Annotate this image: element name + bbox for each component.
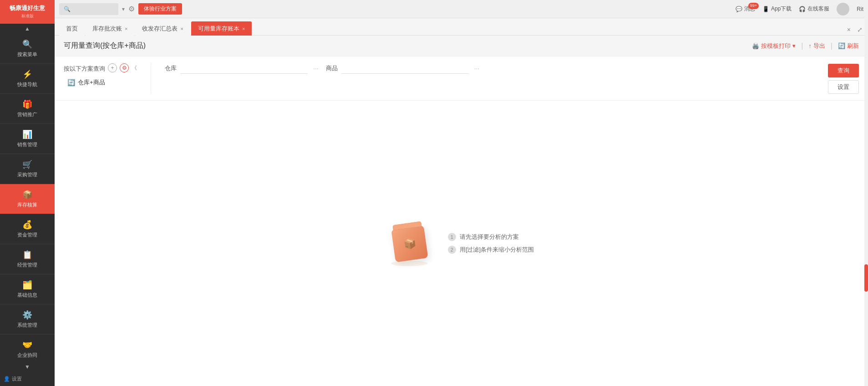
tab-available-close-icon[interactable]: × bbox=[242, 26, 245, 31]
sidebar-item-label-enterprise: 企业协同 bbox=[17, 352, 37, 359]
tab-home-label: 首页 bbox=[66, 25, 78, 33]
sidebar-bottom-label: 设置 bbox=[12, 376, 22, 382]
customer-service-label: 在线客服 bbox=[807, 5, 829, 13]
hint-2-text: 用[过滤]条件来缩小分析范围 bbox=[460, 246, 534, 254]
add-scheme-button[interactable]: + bbox=[108, 63, 117, 72]
tab-summary-label: 收发存汇总表 bbox=[142, 25, 178, 33]
enterprise-icon: 🤝 bbox=[22, 340, 32, 350]
empty-state-hint-2: 2 用[过滤]条件来缩小分析范围 bbox=[448, 246, 534, 254]
marketing-icon: 🎁 bbox=[22, 99, 32, 109]
filter-divider bbox=[151, 63, 151, 94]
sidebar-item-enterprise[interactable]: 🤝 企业协同 bbox=[0, 335, 55, 362]
tab-available[interactable]: 可用量库存账本 × bbox=[191, 21, 252, 36]
refresh-icon: 🔄 bbox=[838, 42, 845, 49]
operation-icon: 📋 bbox=[22, 250, 32, 260]
sidebar-header: 畅康通好生意 标准版 bbox=[0, 0, 55, 24]
empty-state-hints: 1 请先选择要分析的方案 2 用[过滤]条件来缩小分析范围 bbox=[448, 233, 534, 254]
filter-field-product: 商品 ··· bbox=[326, 63, 480, 74]
collapse-button[interactable]: 《 bbox=[132, 64, 137, 72]
main-area: 🔍 ▾ ⚙ 体验行业方案 💬 消息 99+ 📱 App下载 🎧 在线客服 Rit bbox=[55, 0, 868, 386]
sidebar-item-operation[interactable]: 📋 经营管理 bbox=[0, 244, 55, 274]
warehouse-input[interactable] bbox=[180, 63, 308, 74]
sidebar-scroll-up[interactable]: ▲ bbox=[0, 24, 55, 34]
search-input[interactable]: 🔍 bbox=[59, 3, 118, 15]
tab-batch-close-icon[interactable]: × bbox=[125, 26, 127, 31]
query-button[interactable]: 查询 bbox=[828, 64, 859, 77]
right-scrollbar-thumb[interactable] bbox=[864, 264, 868, 292]
app-download-button[interactable]: 📱 App下载 bbox=[762, 5, 792, 13]
sidebar-item-label-inventory: 库存核算 bbox=[17, 201, 37, 208]
sidebar-item-purchase[interactable]: 🛒 采购管理 bbox=[0, 154, 55, 184]
export-icon: ↑ bbox=[808, 42, 812, 49]
print-icon: 🖨️ bbox=[752, 42, 759, 49]
app-download-label: App下载 bbox=[771, 5, 792, 13]
sidebar-item-label-finance: 资金管理 bbox=[17, 232, 37, 238]
refresh-button[interactable]: 🔄 刷新 bbox=[838, 42, 859, 50]
sidebar-item-sales[interactable]: 📊 销售管理 bbox=[0, 124, 55, 154]
app-icon: 📱 bbox=[762, 6, 769, 12]
refresh-label: 刷新 bbox=[847, 42, 859, 50]
customer-service-button[interactable]: 🎧 在线客服 bbox=[799, 5, 829, 13]
sidebar-bottom[interactable]: 👤 设置 bbox=[0, 372, 55, 386]
warehouse-field-label: 仓库 bbox=[165, 64, 177, 72]
tab-summary[interactable]: 收发存汇总表 × bbox=[135, 21, 190, 36]
scheme-item-label: 仓库+商品 bbox=[78, 78, 105, 87]
sidebar-item-system[interactable]: ⚙️ 系统管理 bbox=[0, 304, 55, 335]
print-chevron-icon: ▾ bbox=[792, 42, 796, 49]
industry-solution-button[interactable]: 体验行业方案 bbox=[138, 3, 182, 15]
tab-home[interactable]: 首页 bbox=[59, 21, 85, 36]
sidebar-badge: 标准版 bbox=[21, 13, 34, 19]
sidebar-item-label-sales: 销售管理 bbox=[17, 141, 37, 148]
sidebar-item-finance[interactable]: 💰 资金管理 bbox=[0, 214, 55, 244]
filter-field-warehouse: 仓库 ··· bbox=[165, 63, 319, 74]
export-button[interactable]: ↑ 导出 bbox=[808, 42, 825, 50]
sidebar-item-shortcut[interactable]: ⚡ 快捷导航 bbox=[0, 64, 55, 94]
sidebar: 畅康通好生意 标准版 ▲ 🔍 搜索菜单 ⚡ 快捷导航 🎁 营销推广 📊 销售管理… bbox=[0, 0, 55, 386]
shortcut-icon: ⚡ bbox=[22, 69, 32, 79]
tab-bar: 首页 库存批次账 × 收发存汇总表 × 可用量库存账本 × × ⤢ bbox=[55, 18, 868, 36]
scheme-item-warehouse-product[interactable]: 🔄 仓库+商品 bbox=[64, 77, 137, 88]
filter-label: 按以下方案查询 bbox=[64, 63, 105, 73]
hint-1-text: 请先选择要分析的方案 bbox=[460, 233, 519, 241]
right-scrollbar[interactable] bbox=[864, 0, 868, 386]
hint-1-num: 1 bbox=[448, 233, 456, 241]
sidebar-brand: 畅康通好生意 bbox=[10, 5, 45, 12]
sidebar-nav: 🔍 搜索菜单 ⚡ 快捷导航 🎁 营销推广 📊 销售管理 🛒 采购管理 📦 库存核… bbox=[0, 34, 55, 362]
product-input[interactable] bbox=[341, 63, 469, 74]
avatar[interactable] bbox=[837, 3, 849, 15]
tab-summary-close-icon[interactable]: × bbox=[180, 26, 183, 31]
sidebar-item-marketing[interactable]: 🎁 营销推广 bbox=[0, 94, 55, 124]
print-button[interactable]: 🖨️ 按模板打印 ▾ bbox=[752, 42, 796, 50]
scheme-item-icon: 🔄 bbox=[67, 79, 75, 86]
message-button[interactable]: 💬 消息 99+ bbox=[736, 5, 755, 13]
user-name: Rit bbox=[857, 6, 863, 12]
gear-icon[interactable]: ⚙ bbox=[128, 5, 135, 13]
tab-expand-button[interactable]: ⤢ bbox=[855, 24, 864, 35]
sidebar-bottom-icon: 👤 bbox=[4, 376, 10, 382]
sidebar-scroll-down[interactable]: ▼ bbox=[0, 362, 55, 372]
tab-batch-label: 库存批次账 bbox=[92, 25, 122, 33]
filter-row-1: 仓库 ··· 商品 ··· bbox=[165, 63, 819, 74]
settings-button[interactable]: 设置 bbox=[828, 80, 859, 94]
scheme-header: 按以下方案查询 + ⚙ 《 bbox=[64, 63, 137, 73]
dropdown-chevron-icon[interactable]: ▾ bbox=[122, 6, 125, 12]
warehouse-dots-icon[interactable]: ··· bbox=[313, 65, 319, 72]
tab-batch[interactable]: 库存批次账 × bbox=[86, 21, 134, 36]
scheme-panel: 按以下方案查询 + ⚙ 《 🔄 仓库+商品 bbox=[64, 63, 137, 88]
sidebar-item-basic[interactable]: 🗂️ 基础信息 bbox=[0, 274, 55, 304]
sidebar-item-label-shortcut: 快捷导航 bbox=[17, 81, 37, 88]
sidebar-item-inventory[interactable]: 📦 库存核算 bbox=[0, 184, 55, 214]
tab-close-button[interactable]: × bbox=[845, 24, 853, 35]
sidebar-item-label-basic: 基础信息 bbox=[17, 292, 37, 299]
basic-icon: 🗂️ bbox=[22, 280, 32, 290]
product-field-label: 商品 bbox=[326, 64, 338, 72]
product-dots-icon[interactable]: ··· bbox=[474, 65, 480, 72]
separator-1: | bbox=[801, 42, 803, 50]
export-label: 导出 bbox=[813, 42, 825, 50]
sidebar-item-search[interactable]: 🔍 搜索菜单 bbox=[0, 34, 55, 64]
empty-state-illustration: 📦 bbox=[389, 221, 434, 266]
page-title: 可用量查询(按仓库+商品) bbox=[64, 41, 146, 51]
scheme-settings-button[interactable]: ⚙ bbox=[120, 63, 129, 72]
top-bar: 🔍 ▾ ⚙ 体验行业方案 💬 消息 99+ 📱 App下载 🎧 在线客服 Rit bbox=[55, 0, 868, 18]
separator-2: | bbox=[831, 42, 832, 50]
